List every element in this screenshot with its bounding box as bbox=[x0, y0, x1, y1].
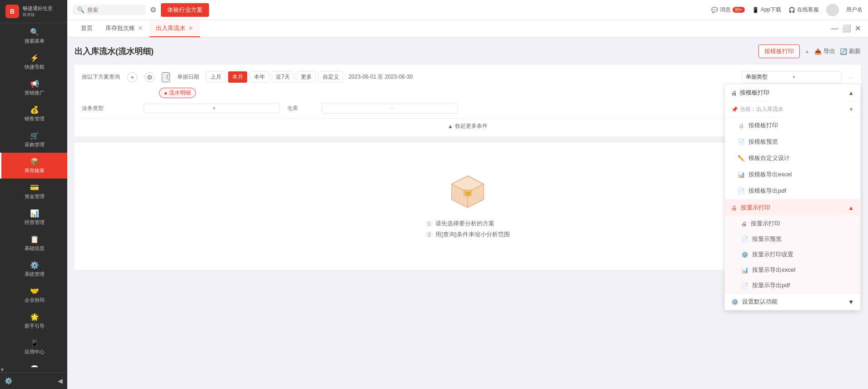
sidebar-item-label-guide: 新手引导 bbox=[25, 323, 45, 329]
date-this-year-btn[interactable]: 本年 bbox=[250, 71, 269, 83]
dropdown-item-display-settings[interactable]: ⚙️ 按显示打印设置 bbox=[725, 247, 860, 262]
sidebar-item-label-sales: 销售管理 bbox=[25, 115, 45, 122]
warehouse-field[interactable]: ··· bbox=[322, 103, 458, 114]
tab-flow-label: 出入库流水 bbox=[156, 24, 185, 32]
online-service-action[interactable]: 🎧 在线客服 bbox=[788, 6, 819, 14]
chevron-up-icon[interactable]: ▲ bbox=[804, 48, 810, 55]
filter-add-button[interactable]: + bbox=[127, 72, 137, 82]
display-excel-icon: 📊 bbox=[741, 267, 748, 274]
doc-type-more-icon[interactable]: ··· bbox=[849, 74, 853, 80]
tip-text-1: 请先选择要分析的方案 bbox=[435, 219, 494, 228]
display-section-arrow-icon[interactable]: ▲ bbox=[848, 204, 854, 211]
sidebar-item-basic[interactable]: 📋 基础信息 bbox=[0, 230, 67, 256]
display-settings-icon: ⚙️ bbox=[741, 251, 748, 258]
sidebar-item-cooperation[interactable]: 🤝 企业协同 bbox=[0, 282, 67, 308]
scroll-down-arrow[interactable]: ▼ bbox=[0, 367, 67, 372]
refresh-button[interactable]: 🔄 刷新 bbox=[840, 47, 861, 55]
app-download-icon: 📱 bbox=[752, 7, 759, 13]
date-more-btn[interactable]: 更多 bbox=[297, 71, 316, 83]
brand-badge: 标准版 bbox=[23, 12, 53, 18]
doc-type-field[interactable]: 单据类型 ▼ bbox=[742, 71, 842, 83]
sidebar-item-label-inventory: 库存核算 bbox=[25, 167, 45, 174]
filter-label: 按以下方案查询 bbox=[82, 73, 120, 81]
online-service-label: 在线客服 bbox=[797, 6, 819, 14]
dropdown-item-template-custom[interactable]: ✏️ 模板自定义设计 bbox=[725, 150, 860, 166]
sidebar-item-inventory[interactable]: 📦 库存核算 bbox=[0, 153, 67, 179]
tab-flow[interactable]: 出入库流水 ✕ bbox=[150, 20, 200, 37]
settings-icon[interactable]: ⚙️ bbox=[5, 377, 12, 384]
topbar-search-box[interactable]: 🔍 bbox=[73, 5, 145, 15]
sidebar-item-label-quick: 快捷导航 bbox=[25, 64, 45, 70]
sidebar-item-guide[interactable]: 🌟 新手引导 bbox=[0, 308, 67, 334]
date-this-month-btn[interactable]: 本月 bbox=[228, 71, 247, 83]
filter-config-button[interactable]: ⚙ bbox=[145, 72, 155, 82]
message-action[interactable]: 💬 消息 99+ bbox=[711, 6, 745, 14]
template-custom-icon: ✏️ bbox=[738, 155, 745, 162]
footer-label: ⚙️ 设置默认功能 bbox=[731, 298, 778, 306]
sidebar-item-wechat[interactable]: 💬 企业微信 bbox=[0, 360, 67, 367]
display-print-icon: 🖨 bbox=[741, 220, 747, 227]
page-actions: 按模板打印 ▲ 📤 导出 🔄 刷新 bbox=[758, 45, 861, 58]
sidebar-item-quick[interactable]: ⚡ 快捷导航 bbox=[0, 49, 67, 75]
dropdown-item-template-excel[interactable]: 📊 按模板导出excel bbox=[725, 166, 860, 183]
tab-batch[interactable]: 库存批次账 ✕ bbox=[99, 20, 150, 37]
sidebar-item-search[interactable]: 🔍 搜索菜单 bbox=[0, 23, 67, 49]
dropdown-footer[interactable]: ⚙️ 设置默认功能 ▼ bbox=[725, 293, 860, 310]
filter-collapse-button[interactable]: 《 bbox=[162, 72, 170, 82]
tab-batch-close[interactable]: ✕ bbox=[138, 25, 143, 32]
gear-icon[interactable]: ⚙ bbox=[150, 5, 156, 14]
brand-name: 畅捷通好生意 bbox=[23, 5, 53, 11]
dropdown-item-display-pdf[interactable]: 📄 按显示导出pdf bbox=[725, 278, 860, 293]
date-filter: 上月 本月 本年 近7天 更多 自定义 2023-06-01 至 2023-06… bbox=[206, 71, 734, 83]
sidebar-item-system[interactable]: ⚙️ 系统管理 bbox=[0, 256, 67, 282]
dropdown-item-template-preview[interactable]: 📄 按模板预览 bbox=[725, 134, 860, 150]
sidebar-item-operation[interactable]: 📊 经营管理 bbox=[0, 204, 67, 230]
sidebar-item-label-search: 搜索菜单 bbox=[25, 38, 45, 45]
sidebar-item-finance[interactable]: 💳 资金管理 bbox=[0, 179, 67, 204]
display-section-header[interactable]: 🖨 按显示打印 ▲ bbox=[725, 199, 860, 216]
current-arrow-icon[interactable]: ▼ bbox=[848, 106, 854, 113]
cooperation-icon: 🤝 bbox=[30, 287, 39, 295]
doc-type-label: 单据类型 bbox=[746, 73, 792, 81]
dropdown-collapse-icon[interactable]: ▲ bbox=[848, 90, 854, 96]
export-button[interactable]: 📤 导出 bbox=[814, 47, 835, 55]
avatar[interactable] bbox=[826, 4, 839, 16]
warehouse-more-icon[interactable]: ··· bbox=[390, 105, 454, 111]
tag-icon: ● bbox=[164, 90, 167, 96]
headset-icon: 🎧 bbox=[788, 7, 795, 13]
dropdown-item-template-pdf[interactable]: 📄 按模板导出pdf bbox=[725, 183, 860, 199]
template-print-button[interactable]: 按模板打印 bbox=[758, 45, 800, 58]
sidebar-item-label-finance: 资金管理 bbox=[25, 193, 45, 200]
tab-flow-close[interactable]: ✕ bbox=[188, 25, 194, 32]
sidebar-scroll: 🔍 搜索菜单 ⚡ 快捷导航 📢 营销推广 💰 销售管理 🛒 采购管理 📦 库存核… bbox=[0, 23, 67, 367]
sidebar-item-marketing[interactable]: 📢 营销推广 bbox=[0, 75, 67, 101]
display-print-section: 🖨 按显示打印 ▲ 🖨 按显示打印 📄 按显示预览 ⚙️ bbox=[725, 199, 860, 293]
search-input[interactable] bbox=[87, 7, 133, 13]
date-custom-btn[interactable]: 自定义 bbox=[319, 71, 343, 83]
dropdown-item-display-print[interactable]: 🖨 按显示打印 bbox=[725, 216, 860, 231]
date-prev-month-btn[interactable]: 上月 bbox=[206, 71, 225, 83]
template-preview-icon: 📄 bbox=[738, 138, 745, 145]
dropdown-item-display-preview[interactable]: 📄 按显示预览 bbox=[725, 231, 860, 247]
business-type-field[interactable]: ▼ bbox=[144, 104, 280, 113]
sidebar-item-sales[interactable]: 💰 销售管理 bbox=[0, 101, 67, 127]
app-download-action[interactable]: 📱 App下载 bbox=[752, 6, 781, 14]
close-window-button[interactable]: ✕ bbox=[855, 24, 861, 33]
current-icon: 📌 bbox=[731, 106, 738, 113]
purchase-icon: 🛒 bbox=[30, 131, 39, 140]
trial-button[interactable]: 体验行业方案 bbox=[161, 3, 209, 17]
dropdown-item-template-print[interactable]: 🖨 按模板打印 bbox=[725, 117, 860, 134]
sidebar-item-purchase[interactable]: 🛒 采购管理 bbox=[0, 127, 67, 153]
sidebar-item-appstore[interactable]: 📱 应用中心 bbox=[0, 334, 67, 360]
page-header: 出入库流水(流水明细) 按模板打印 ▲ 📤 导出 🔄 刷新 bbox=[75, 45, 861, 58]
date-last7-btn[interactable]: 近7天 bbox=[272, 71, 294, 83]
guide-icon: 🌟 bbox=[30, 313, 39, 321]
maximize-button[interactable]: ⬜ bbox=[842, 24, 851, 33]
tabs-bar: 首页 库存批次账 ✕ 出入库流水 ✕ — ⬜ ✕ bbox=[67, 20, 868, 37]
filter-tag-flow[interactable]: ● 流水明细 bbox=[159, 88, 196, 98]
collapse-sidebar-icon[interactable]: ◀ bbox=[58, 377, 63, 384]
username-label: 用户名 bbox=[846, 6, 863, 14]
minimize-button[interactable]: — bbox=[831, 24, 838, 33]
dropdown-item-display-excel[interactable]: 📊 按显示导出excel bbox=[725, 262, 860, 278]
tab-home[interactable]: 首页 bbox=[75, 20, 99, 37]
